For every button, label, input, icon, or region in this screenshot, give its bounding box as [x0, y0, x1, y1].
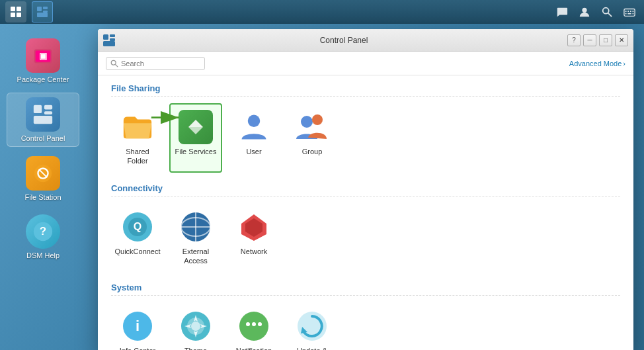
sidebar-item-control-panel[interactable]: Control Panel — [7, 93, 79, 147]
cp-item-shared-folder[interactable]: SharedFolder — [111, 103, 164, 173]
sidebar-item-package-center[interactable]: ▣ Package Center — [7, 34, 79, 87]
cp-item-quickconnect[interactable]: Q QuickConnect — [111, 203, 164, 273]
notification-label: Notification — [236, 346, 272, 350]
svg-line-36 — [115, 64, 118, 67]
taskbar — [0, 0, 644, 24]
theme-icon — [179, 309, 213, 343]
file-sharing-grid: SharedFolder File Services — [111, 103, 620, 173]
svg-point-53 — [246, 322, 250, 326]
svg-point-39 — [312, 114, 323, 125]
cp-item-network[interactable]: Network — [227, 203, 280, 273]
connectivity-grid: Q QuickConnect External Acces — [111, 203, 620, 273]
sidebar-item-dsm-help[interactable]: ? DSM Help — [7, 210, 79, 263]
file-services-label: File Services — [175, 147, 217, 156]
svg-rect-14 — [630, 11, 631, 12]
svg-rect-7 — [37, 13, 48, 17]
sidebar-item-file-station[interactable]: File Station — [7, 152, 79, 205]
update-restore-label: Update &Restore — [297, 346, 327, 350]
apps-grid-button[interactable] — [5, 1, 26, 22]
svg-rect-25 — [34, 116, 52, 124]
svg-rect-13 — [627, 11, 629, 12]
svg-rect-31 — [103, 34, 108, 40]
svg-rect-6 — [43, 11, 48, 13]
cp-item-external-access[interactable]: External Access — [169, 203, 222, 273]
group-icon — [295, 110, 329, 144]
svg-point-51 — [191, 322, 200, 331]
cp-item-file-services[interactable]: File Services — [169, 103, 222, 173]
quickconnect-label: QuickConnect — [114, 247, 160, 256]
search-input[interactable] — [121, 60, 200, 67]
svg-rect-4 — [37, 7, 42, 11]
cp-logo-icon — [103, 34, 115, 46]
file-services-icon — [179, 110, 213, 144]
shared-folder-icon — [120, 110, 155, 144]
search-box[interactable] — [106, 57, 205, 70]
file-station-label: File Station — [24, 193, 61, 201]
svg-point-38 — [301, 116, 313, 128]
svg-point-54 — [252, 322, 256, 326]
svg-point-37 — [248, 115, 260, 127]
svg-rect-5 — [43, 7, 48, 9]
svg-rect-12 — [625, 11, 627, 12]
svg-rect-34 — [103, 41, 115, 46]
svg-rect-3 — [17, 13, 21, 17]
search-icon — [110, 60, 118, 67]
cp-window-title: Control Panel — [120, 36, 567, 45]
control-panel-window: Control Panel ? ─ □ ✕ Advanced Mode › — [98, 29, 633, 350]
keyboard-icon[interactable] — [620, 3, 639, 21]
search-icon[interactable] — [598, 3, 616, 21]
notification-icon — [237, 309, 271, 343]
cp-toolbar: Advanced Mode › — [98, 52, 633, 75]
svg-point-55 — [258, 322, 262, 326]
cp-item-user[interactable]: User — [227, 103, 280, 173]
message-icon[interactable] — [553, 3, 571, 21]
dsm-help-icon: ? — [26, 214, 60, 249]
svg-rect-11 — [624, 9, 635, 17]
section-file-sharing: File Sharing — [111, 83, 620, 97]
svg-text:Q: Q — [134, 221, 141, 232]
file-station-icon — [26, 156, 60, 191]
shared-folder-label: SharedFolder — [126, 147, 149, 166]
external-access-label: External Access — [173, 247, 218, 266]
svg-text:▣: ▣ — [39, 51, 47, 61]
network-label: Network — [241, 247, 267, 256]
advanced-mode-link[interactable]: Advanced Mode › — [569, 60, 625, 67]
cp-item-theme[interactable]: Theme — [169, 302, 222, 350]
package-center-label: Package Center — [17, 75, 69, 83]
info-center-label: Info Center — [120, 346, 155, 350]
user-label: User — [246, 147, 261, 156]
cp-item-notification[interactable]: Notification — [227, 302, 280, 350]
desktop: ▣ Package Center Control Panel — [0, 24, 644, 350]
svg-point-8 — [582, 8, 586, 13]
control-panel-taskbar-app[interactable] — [32, 1, 53, 22]
maximize-button[interactable]: □ — [599, 34, 612, 46]
svg-rect-33 — [110, 38, 115, 41]
chevron-right-icon: › — [623, 60, 625, 67]
svg-rect-16 — [625, 13, 627, 15]
user-icon — [237, 110, 271, 144]
cp-item-update-restore[interactable]: Update &Restore — [286, 302, 339, 350]
svg-text:i: i — [136, 318, 140, 334]
svg-rect-17 — [627, 13, 631, 15]
taskbar-right-area — [553, 3, 639, 21]
svg-rect-22 — [34, 105, 42, 113]
package-center-icon: ▣ — [26, 38, 60, 73]
help-button[interactable]: ? — [567, 34, 581, 46]
cp-item-group[interactable]: Group — [286, 103, 339, 173]
close-button[interactable]: ✕ — [615, 34, 628, 46]
svg-rect-23 — [44, 105, 52, 110]
svg-rect-2 — [11, 13, 15, 17]
cp-item-info-center[interactable]: i Info Center — [111, 302, 164, 350]
update-restore-icon — [295, 309, 329, 343]
section-system: System — [111, 283, 620, 296]
section-connectivity: Connectivity — [111, 183, 620, 197]
control-panel-icon — [26, 97, 60, 132]
cp-content: File Sharing SharedFolder — [98, 75, 633, 350]
minimize-button[interactable]: ─ — [583, 34, 596, 46]
svg-rect-1 — [17, 7, 21, 11]
window-controls: ? ─ □ ✕ — [567, 34, 628, 46]
user-icon[interactable] — [575, 3, 594, 21]
svg-point-35 — [111, 60, 116, 65]
svg-rect-24 — [44, 111, 52, 114]
advanced-mode-label: Advanced Mode — [569, 60, 622, 67]
